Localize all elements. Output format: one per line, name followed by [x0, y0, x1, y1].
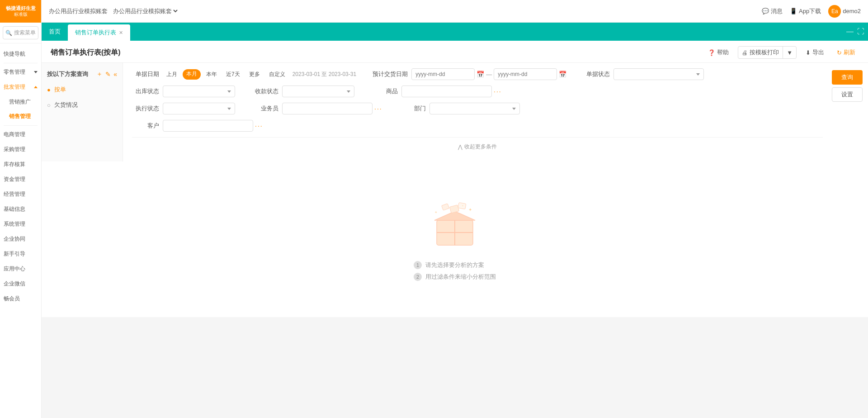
- filter-collapse-row: ⋀ 收起更多条件: [132, 137, 823, 156]
- top-header: 办公用品行业模拟账套 办公用品行业模拟账套 💬 消息 📱 App下载 Ea de…: [42, 0, 868, 23]
- minimize-button[interactable]: —: [846, 28, 854, 36]
- sidebar-item-enterprise[interactable]: 企业协同: [0, 232, 41, 246]
- salesperson-more-icon[interactable]: ···: [374, 105, 382, 112]
- doc-status-select[interactable]: [613, 68, 704, 80]
- message-button[interactable]: 💬 消息: [762, 7, 783, 15]
- date-tab-more[interactable]: 更多: [245, 69, 264, 80]
- salesperson-control: ···: [282, 103, 382, 114]
- filter-collect-status: 收款状态: [251, 86, 354, 97]
- date-tab-custom[interactable]: 自定义: [265, 69, 289, 80]
- sidebar-item-basic[interactable]: 基础信息: [0, 202, 41, 216]
- sidebar-item-finance[interactable]: 资金管理: [0, 172, 41, 186]
- sidebar-divider2: [4, 125, 38, 126]
- svg-text:✦: ✦: [462, 204, 464, 207]
- sidebar-item-wechat[interactable]: 企业微信: [0, 277, 41, 291]
- collapse-sidebar-icon[interactable]: «: [113, 71, 117, 78]
- svg-rect-4: [449, 205, 459, 213]
- empty-tip-1: 1 请先选择要分析的方案: [414, 261, 496, 269]
- sidebar-item-newuser[interactable]: 新手引导: [0, 247, 41, 261]
- date-tab-last-month[interactable]: 上月: [163, 69, 181, 80]
- collect-status-select[interactable]: [282, 86, 354, 97]
- print-dropdown-button[interactable]: ▼: [783, 48, 796, 58]
- tab-bar-right: — ⛶: [846, 28, 868, 36]
- tab-close-icon[interactable]: ✕: [119, 30, 123, 36]
- calendar-end-icon[interactable]: 📅: [559, 71, 566, 78]
- customer-more-icon[interactable]: ···: [255, 122, 263, 129]
- sidebar-sub-sales[interactable]: 销售管理: [0, 109, 41, 124]
- logo-text: 畅捷通好生意: [6, 5, 36, 11]
- empty-tip-2: 2 用过滤条件来缩小分析范围: [414, 273, 496, 281]
- sidebar-item-system[interactable]: 系统管理: [0, 217, 41, 231]
- sidebar-item-operations[interactable]: 经营管理: [0, 187, 41, 201]
- expected-date-start[interactable]: [411, 68, 475, 80]
- customer-control: ···: [163, 120, 263, 132]
- tab-sales-execution[interactable]: 销售订单执行表 ✕: [68, 24, 130, 41]
- filter-row-4: 客户 ···: [132, 120, 823, 132]
- salesperson-input[interactable]: [282, 103, 373, 114]
- add-scheme-icon[interactable]: ＋: [96, 70, 103, 78]
- customer-input[interactable]: [163, 120, 253, 132]
- sidebar-item-member[interactable]: 畅会员: [0, 292, 41, 306]
- filter-expected-date: 预计交货日期 📅 — 📅: [373, 68, 566, 80]
- date-tab-7days[interactable]: 近7天: [222, 69, 244, 80]
- date-range-display: 2023-03-01 至 2023-03-31: [292, 71, 356, 78]
- filter-form-area: 单据日期 上月 本月 本年 近7天 更多 自定义: [123, 63, 832, 162]
- tip-num-1: 1: [414, 261, 422, 269]
- filter-main-row: 单据日期 上月 本月 本年 近7天 更多 自定义: [123, 63, 868, 162]
- filter-doc-status: 单据状态: [583, 68, 704, 80]
- user-profile[interactable]: Ea demo2: [828, 5, 861, 18]
- content-area: 销售订单执行表(按单) ❓ 帮助 🖨 按模板打印 ▼: [42, 41, 868, 418]
- goods-input[interactable]: [401, 86, 492, 97]
- scheme-active-icon: ●: [47, 86, 51, 93]
- filter-sidebar-header: 按以下方案查询 ＋ ✎ «: [42, 68, 123, 82]
- export-icon: ⬇: [806, 49, 811, 56]
- sidebar-item-ecommerce[interactable]: 电商管理: [0, 128, 41, 142]
- exec-status-select[interactable]: [163, 103, 235, 114]
- sidebar-nav: 快捷导航 零售管理 批发管理 营销推广 销售管理 电商管理 采购管理: [0, 43, 41, 309]
- settings-button[interactable]: 设置: [832, 87, 863, 102]
- filter-row-3: 执行状态 业务员 ···: [132, 103, 823, 114]
- app-title: 办公用品行业模拟账套: [49, 7, 108, 15]
- search-menu-button[interactable]: 🔍 搜索菜单: [3, 26, 38, 39]
- calendar-start-icon[interactable]: 📅: [476, 71, 484, 78]
- chevron-down-icon2: ▼: [787, 49, 793, 56]
- page-title: 销售订单执行表(按单): [51, 48, 121, 57]
- sidebar-item-quick[interactable]: 快捷导航: [0, 47, 41, 61]
- doc-status-control: [613, 68, 704, 80]
- help-button[interactable]: ❓ 帮助: [704, 47, 732, 58]
- date-tab-this-year[interactable]: 本年: [203, 69, 221, 80]
- dept-select[interactable]: [429, 103, 520, 114]
- empty-state: ✦ ✦ ✦ 1 请先选择要分析的方案 2 用过滤条件来缩小分析范围: [42, 162, 868, 317]
- query-button[interactable]: 查询: [832, 70, 863, 85]
- sidebar-item-wholesale[interactable]: 批发管理: [0, 80, 41, 94]
- company-selector[interactable]: 办公用品行业模拟账套: [111, 7, 179, 15]
- export-button[interactable]: ⬇ 导出: [802, 47, 828, 58]
- expected-date-end[interactable]: [494, 68, 557, 80]
- scheme-item-0[interactable]: ● 按单: [42, 82, 123, 97]
- sidebar-sub-marketing[interactable]: 营销推广: [0, 95, 41, 109]
- out-status-select[interactable]: [163, 86, 235, 97]
- scheme-item-1[interactable]: ○ 欠货情况: [42, 97, 123, 113]
- app-download-button[interactable]: 📱 App下载: [790, 7, 821, 15]
- filter-salesperson: 业务员 ···: [251, 103, 382, 114]
- sidebar: 畅捷通好生意 标准版 🔍 搜索菜单 快捷导航 零售管理 批发管理 营销推广: [0, 0, 42, 418]
- tab-home[interactable]: 首页: [42, 23, 68, 41]
- app-logo: 畅捷通好生意 标准版: [0, 0, 41, 23]
- sidebar-item-inventory[interactable]: 库存核算: [0, 157, 41, 171]
- refresh-icon: ↻: [837, 49, 842, 56]
- sidebar-item-apps[interactable]: 应用中心: [0, 262, 41, 276]
- scheme-inactive-icon: ○: [47, 102, 51, 109]
- goods-control: ···: [401, 86, 502, 97]
- edit-scheme-icon[interactable]: ✎: [105, 71, 111, 78]
- refresh-button[interactable]: ↻ 刷新: [833, 47, 859, 58]
- maximize-button[interactable]: ⛶: [857, 28, 864, 36]
- sidebar-item-purchase[interactable]: 采购管理: [0, 142, 41, 157]
- date-tab-this-month[interactable]: 本月: [183, 69, 201, 80]
- print-button[interactable]: 🖨 按模板打印: [738, 47, 783, 58]
- sidebar-item-retail[interactable]: 零售管理: [0, 65, 41, 79]
- filter-row-2: 出库状态 收款状态: [132, 86, 823, 97]
- filter-out-status: 出库状态: [132, 86, 235, 97]
- collapse-button[interactable]: ⋀ 收起更多条件: [454, 141, 500, 152]
- filter-exec-status: 执行状态: [132, 103, 235, 114]
- goods-more-icon[interactable]: ···: [494, 88, 502, 95]
